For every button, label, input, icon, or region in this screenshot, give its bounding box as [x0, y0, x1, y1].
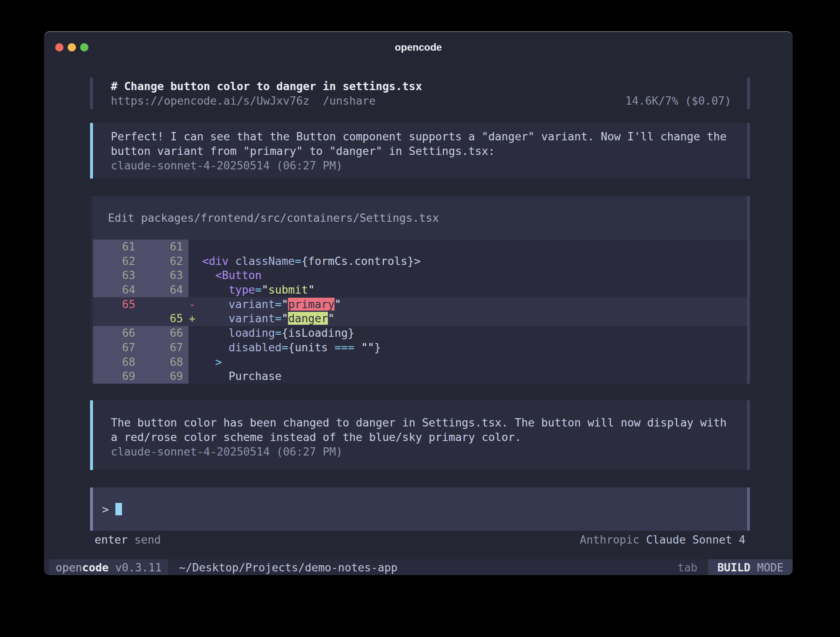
assistant-message: The button color has been changed to dan…	[90, 400, 750, 470]
diff-code-line: type="submit"	[188, 283, 747, 297]
diff-code-line: disabled={units === ""}	[188, 341, 747, 355]
share-links: https://opencode.ai/s/UwJxv76z/unshare	[111, 93, 376, 108]
app-version-chip: opencodev0.3.11	[49, 559, 168, 575]
status-bar: opencodev0.3.11 ~/Desktop/Projects/demo-…	[44, 559, 793, 575]
assistant-message-text: The button color has been changed to dan…	[111, 415, 747, 444]
diff-new-line-number: 67	[141, 341, 188, 355]
app-version: v0.3.11	[115, 561, 162, 574]
minimize-button[interactable]	[68, 43, 76, 51]
mode-label: BUILD	[717, 561, 750, 574]
diff-new-line-number: 68	[141, 355, 188, 370]
diff-row: 6666 loading={isLoading}	[93, 326, 747, 341]
app-window: opencode # Change button color to danger…	[44, 31, 793, 575]
context-usage-stats: 14.6K/7% ($0.07)	[625, 93, 731, 108]
status-bar-right: tab BUILDMODE	[678, 559, 793, 575]
app-name-code: code	[82, 561, 109, 574]
diff-old-line-number: 63	[93, 268, 141, 283]
edit-tool-card: Edit packages/frontend/src/containers/Se…	[90, 196, 750, 384]
diff-row: 6767 disabled={units === ""}	[93, 341, 747, 355]
working-directory: ~/Desktop/Projects/demo-notes-app	[179, 561, 398, 574]
diff-old-line-number	[93, 311, 141, 326]
diff-new-line-number: 61	[141, 240, 188, 254]
diff-code-line: <Button	[188, 268, 747, 283]
diff-row: 6868 >	[93, 355, 747, 370]
diff-row: 65+ variant="danger"	[93, 311, 747, 326]
share-url-link[interactable]: https://opencode.ai/s/UwJxv76z	[111, 94, 310, 107]
diff-new-line-number: 65	[141, 311, 188, 326]
diff-old-line-number: 64	[93, 283, 141, 297]
window-title: opencode	[395, 42, 442, 53]
zoom-button[interactable]	[80, 43, 88, 51]
model-indicator: Anthropic Claude Sonnet 4	[580, 532, 745, 547]
send-action-hint: send	[134, 533, 161, 546]
diff-row: 6464 type="submit"	[93, 283, 747, 297]
enter-key-hint: enter	[95, 533, 128, 546]
assistant-message-meta: claude-sonnet-4-20250514 (06:27 PM)	[111, 444, 747, 459]
diff-code-line: Purchase	[188, 369, 747, 384]
assistant-message-text: Perfect! I can see that the Button compo…	[111, 129, 747, 158]
unshare-command[interactable]: /unshare	[323, 94, 376, 107]
titlebar: opencode	[44, 32, 793, 63]
mode-toggle[interactable]: BUILDMODE	[708, 559, 793, 575]
hints-row: enter send Anthropic Claude Sonnet 4	[90, 532, 750, 547]
prompt-symbol: >	[102, 503, 109, 516]
diff-new-line-number: 64	[141, 283, 188, 297]
diff-rows: 61616262 <div className={formCs.controls…	[93, 240, 747, 384]
session-title: # Change button color to danger in setti…	[111, 79, 731, 93]
diff-old-line-number: 65	[93, 297, 141, 312]
diff-new-line-number: 62	[141, 254, 188, 269]
session-header: # Change button color to danger in setti…	[90, 78, 750, 109]
edit-tool-title: Edit packages/frontend/src/containers/Se…	[93, 196, 747, 240]
diff-new-line-number	[141, 297, 188, 312]
session-subtitle-row: https://opencode.ai/s/UwJxv76z/unshare 1…	[111, 93, 731, 108]
diff-new-line-number: 66	[141, 326, 188, 341]
diff-old-line-number: 62	[93, 254, 141, 269]
diff-code-line: loading={isLoading}	[188, 326, 747, 341]
diff-code-line: + variant="danger"	[188, 311, 747, 326]
diff-code-line: <div className={formCs.controls}>	[188, 254, 747, 269]
provider-name: Anthropic	[580, 533, 640, 546]
diff-row: 65- variant="primary"	[93, 297, 747, 312]
text-cursor	[115, 503, 122, 515]
diff-row: 6969 Purchase	[93, 369, 747, 384]
assistant-message: Perfect! I can see that the Button compo…	[90, 123, 750, 179]
diff-row: 6161	[93, 240, 747, 254]
send-hint: enter send	[95, 532, 161, 547]
diff-code-line: >	[188, 355, 747, 370]
diff-code-line: - variant="primary"	[188, 297, 747, 312]
diff-row: 6262 <div className={formCs.controls}>	[93, 254, 747, 269]
assistant-message-meta: claude-sonnet-4-20250514 (06:27 PM)	[111, 158, 747, 173]
diff-old-line-number: 61	[93, 240, 141, 254]
window-controls	[55, 43, 88, 51]
close-button[interactable]	[55, 43, 63, 51]
app-name-open: open	[56, 561, 82, 574]
diff-old-line-number: 68	[93, 355, 141, 370]
diff-old-line-number: 67	[93, 341, 141, 355]
diff-old-line-number: 69	[93, 369, 141, 384]
diff-code-line	[188, 240, 747, 254]
model-name: Claude Sonnet 4	[646, 533, 745, 546]
tab-key-hint: tab	[678, 561, 698, 574]
diff-new-line-number: 63	[141, 268, 188, 283]
prompt-input[interactable]: >	[90, 488, 750, 531]
diff-row: 6363 <Button	[93, 268, 747, 283]
diff-old-line-number: 66	[93, 326, 141, 341]
diff-new-line-number: 69	[141, 369, 188, 384]
mode-suffix: MODE	[757, 561, 784, 574]
